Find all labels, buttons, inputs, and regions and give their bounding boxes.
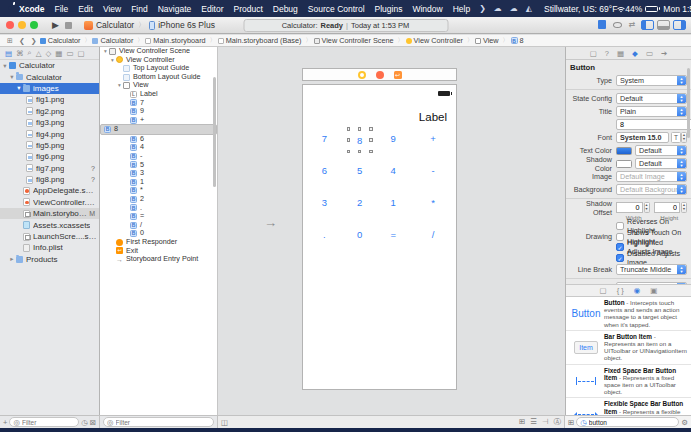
breadcrumb[interactable]: B8 (511, 36, 530, 45)
resolve-auto-layout-button[interactable]: Ⓐ (554, 417, 562, 427)
calc-button[interactable]: - (431, 165, 434, 176)
test-navigator-tab-icon[interactable]: ◇ (46, 49, 52, 58)
standard-editor-button[interactable] (596, 20, 608, 30)
calc-button[interactable]: 6 (322, 165, 327, 176)
weather-status[interactable]: Stillwater, US: 69°F (544, 4, 617, 14)
file-inspector-tab-icon[interactable]: ▢ (590, 49, 597, 58)
version-editor-button[interactable]: ⇄ (626, 20, 638, 30)
outline-row[interactable]: B3 (100, 169, 217, 178)
reverses-on-highlight-checkbox[interactable] (616, 222, 624, 230)
menu-help[interactable]: Help (448, 4, 475, 14)
battery-icon[interactable] (645, 6, 660, 12)
file-row[interactable]: fig1.png (0, 94, 99, 105)
library-item[interactable]: Button Button - Intercepts touch events … (566, 297, 691, 331)
align-button[interactable]: ☰ (530, 417, 537, 427)
outline-row[interactable]: B5 (100, 161, 217, 170)
menu-source-control[interactable]: Source Control (303, 4, 370, 14)
shadow-color-select[interactable]: Default (635, 158, 687, 169)
file-row[interactable]: fig6.png (0, 151, 99, 162)
calc-button[interactable]: * (431, 197, 435, 208)
calc-button[interactable]: 1 (391, 197, 396, 208)
outline-row[interactable]: B+ (100, 116, 217, 125)
file-template-library-tab-icon[interactable]: ▢ (600, 286, 607, 295)
outline-row[interactable]: B. (100, 204, 217, 213)
file-row-selected[interactable]: ▾images (0, 83, 99, 94)
outline-row[interactable]: Bottom Layout Guide (100, 73, 217, 82)
outline-row[interactable]: First Responder (100, 238, 217, 247)
calc-button[interactable]: 4 (391, 165, 396, 176)
shadow-color-swatch[interactable] (616, 160, 632, 168)
selection-handle[interactable] (369, 127, 373, 131)
stop-button[interactable] (65, 22, 72, 29)
toggle-debug-area-button[interactable] (657, 20, 670, 30)
calc-button[interactable]: = (390, 229, 396, 240)
zoom-window-button[interactable] (30, 21, 38, 29)
outline-filter-field[interactable]: ◎ (103, 417, 214, 427)
outline-row[interactable]: B* (100, 186, 217, 195)
cloud-icon[interactable]: ☁ (494, 4, 502, 13)
disabled-adjusts-checkbox[interactable] (616, 254, 624, 262)
menu-edit[interactable]: Edit (73, 4, 98, 14)
scrollbar[interactable] (213, 77, 216, 187)
library-grid-toggle-icon[interactable]: ⊞ (568, 418, 574, 427)
highlighted-adjusts-checkbox[interactable] (616, 243, 624, 251)
attributes-inspector-tab-icon[interactable]: ◆ (632, 49, 638, 58)
selection-handle[interactable] (347, 150, 351, 154)
code-snippet-library-tab-icon[interactable]: { } (617, 286, 624, 295)
exit-icon[interactable] (394, 71, 402, 79)
menu-file[interactable]: File (50, 4, 74, 14)
title-style-select[interactable]: Plain (616, 106, 687, 117)
outline-row[interactable]: B7 (100, 99, 217, 108)
object-library-tab-icon[interactable]: ◉ (634, 286, 641, 295)
image-combo[interactable]: Default Image (616, 171, 687, 182)
outline-row[interactable]: B2 (100, 195, 217, 204)
toggle-navigator-button[interactable] (641, 20, 654, 30)
breadcrumb[interactable]: View Controller Scene (314, 36, 406, 45)
quick-help-inspector-tab-icon[interactable]: ? (605, 49, 609, 58)
project-navigator-tab-icon[interactable]: ▤ (5, 49, 12, 58)
outline-row[interactable]: ▾View (100, 81, 217, 90)
file-row[interactable]: ▾Calculator (0, 60, 99, 71)
shadow-width-field[interactable] (616, 202, 643, 213)
pin-constraints-button[interactable]: ⊣ (542, 417, 549, 427)
shadow-height-field[interactable] (654, 202, 681, 213)
navigator-filter-field[interactable]: ◎ (9, 417, 79, 427)
menu-window[interactable]: Window (407, 4, 447, 14)
disclosure-triangle-icon[interactable]: ▾ (116, 81, 123, 90)
menu-view[interactable]: View (98, 4, 126, 14)
selection-handle[interactable] (369, 138, 373, 142)
stepper[interactable] (681, 202, 687, 213)
breadcrumb[interactable]: View Controller (406, 36, 475, 45)
file-row[interactable]: fig7.png? (0, 163, 99, 174)
size-inspector-tab-icon[interactable]: ▭ (646, 49, 653, 58)
scheme-selector[interactable]: Calculator 〉 iPhone 6s Plus (84, 20, 215, 30)
calc-button[interactable]: 0 (357, 229, 362, 240)
file-row[interactable]: fig2.png (0, 106, 99, 117)
library-item[interactable]: Item Bar Button Item - Represents an ite… (566, 331, 691, 365)
menu-plugins[interactable]: Plugins (370, 4, 408, 14)
disclosure-triangle-icon[interactable]: ▾ (15, 84, 23, 92)
back-button[interactable]: ❮ (19, 37, 25, 45)
view-controller-icon[interactable] (358, 71, 366, 79)
search-options-gear-icon[interactable]: ⚙ (681, 418, 688, 427)
disclosure-triangle-icon[interactable]: ▾ (109, 56, 116, 65)
outline-row[interactable]: B/ (100, 221, 217, 230)
disclosure-triangle-icon[interactable]: ▾ (1, 62, 9, 70)
storyboard-canvas[interactable]: → Label 7 8 9 + 6 5 4 (218, 47, 565, 415)
menu-xcode[interactable]: Xcode (14, 4, 50, 14)
calc-button[interactable]: . (323, 229, 326, 240)
outline-row-selected[interactable]: B8 (100, 124, 217, 135)
first-responder-icon[interactable] (376, 71, 384, 79)
outline-row[interactable]: B9 (100, 107, 217, 116)
breakpoint-navigator-tab-icon[interactable]: ▭ (66, 49, 73, 58)
media-library-tab-icon[interactable]: ▣ (650, 286, 657, 295)
outline-row[interactable]: B= (100, 212, 217, 221)
canvas-label[interactable]: Label (419, 111, 447, 123)
scrollbar[interactable] (687, 68, 690, 138)
file-row[interactable]: ViewController.swift (0, 197, 99, 208)
stepper[interactable] (644, 202, 650, 213)
calc-button[interactable]: 2 (357, 197, 362, 208)
connections-inspector-tab-icon[interactable]: ➔ (661, 49, 667, 58)
recent-files-icon[interactable]: ◷ (81, 418, 88, 427)
hide-document-outline-button[interactable]: ◫ (221, 418, 228, 427)
